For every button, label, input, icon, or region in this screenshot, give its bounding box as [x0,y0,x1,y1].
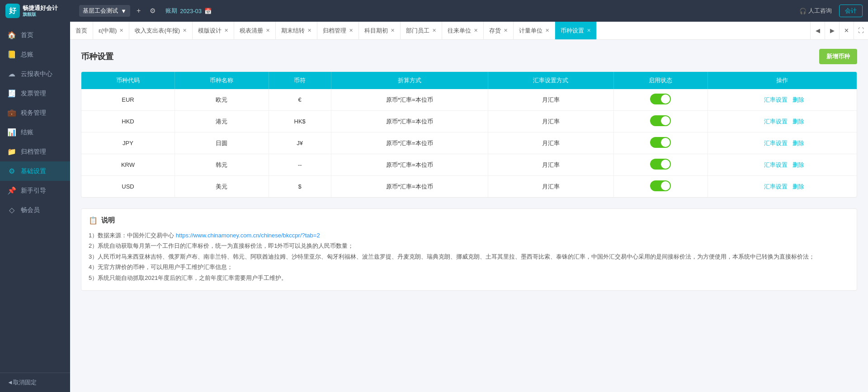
rate-settings-link[interactable]: 汇率设置 [764,118,788,125]
cell-enabled [613,176,708,198]
cell-rate-method: 月汇率 [488,154,613,176]
delete-link[interactable]: 删除 [793,161,804,168]
tab-close-icon[interactable]: ✕ [183,28,187,33]
sidebar-item-settings[interactable]: ⚙ 基础设置 [0,161,70,181]
notes-title: 📋 说明 [89,216,849,225]
col-actions: 操作 [708,72,857,89]
sidebar-item-ledger[interactable]: 📒 总账 [0,45,70,64]
pin-label: ◄取消固定 [7,378,37,387]
tab-close-icon[interactable]: ✕ [545,28,549,33]
sidebar-item-home[interactable]: 🏠 首页 [0,25,70,45]
tab-label: 首页 [75,27,87,35]
tab-prev-button[interactable]: ◀ [810,22,825,40]
add-tab-button[interactable]: + [134,5,143,17]
rate-settings-link[interactable]: 汇率设置 [764,96,788,103]
topbar: 好 畅捷通好会计 旗舰版 基层工会测试 ▼ + ⚙ 账期 2023-03 📅 🎧… [0,0,868,22]
sidebar-item-tax[interactable]: 💼 税务管理 [0,103,70,123]
tab-close-icon[interactable]: ✕ [504,28,508,33]
sidebar-item-reports[interactable]: ☁ 云报表中心 [0,64,70,84]
enabled-toggle[interactable] [650,94,671,104]
new-currency-button[interactable]: 新增币种 [819,49,857,64]
tab-period-end[interactable]: 期末结转 ✕ [276,22,317,40]
period-label: 账期 [165,7,177,15]
cell-calc: 原币*汇率=本位币 [331,132,488,154]
col-enabled: 启用状态 [613,72,708,89]
settings-button[interactable]: ⚙ [147,5,158,17]
checkout-icon: 📊 [7,128,16,137]
tab-label: 科目期初 [364,27,388,35]
tab-close-icon[interactable]: ✕ [119,28,123,33]
tab-fullscreen-button[interactable]: ⛶ [854,22,868,40]
tab-contacts[interactable]: 往来单位 ✕ [442,22,484,40]
tab-label: 收入支出表(年报) [135,27,180,35]
cell-rate-method: 月汇率 [488,132,613,154]
tab-close-icon[interactable]: ✕ [307,28,311,33]
sidebar-item-label: 新手引导 [21,187,46,195]
app-name: 畅捷通好会计 [23,5,58,12]
sidebar-item-guide[interactable]: 📌 新手引导 [0,181,70,200]
cell-actions: 汇率设置 删除 [708,132,857,154]
rate-settings-link[interactable]: 汇率设置 [764,183,788,190]
page-title: 币种设置 [81,51,113,62]
guide-icon: 📌 [7,186,16,195]
tab-close-all-button[interactable]: ✕ [839,22,854,40]
table-row: JPY 日圆 J¥ 原币*汇率=本位币 月汇率 汇率设置 删除 [81,132,857,154]
tab-close-icon[interactable]: ✕ [349,28,353,33]
enabled-toggle[interactable] [650,137,671,148]
gear-icon: ⚙ [7,167,16,175]
enabled-toggle[interactable] [650,180,671,191]
ledger-icon: 📒 [7,50,16,59]
tab-tax-table[interactable]: 税表清册 ✕ [234,22,276,40]
calendar-icon[interactable]: 📅 [204,8,212,14]
rate-settings-link[interactable]: 汇率设置 [764,161,788,168]
sidebar-nav: 🏠 首页 📒 总账 ☁ 云报表中心 🧾 发票管理 💼 税务管理 [0,22,70,373]
tab-annual-report[interactable]: 收入支出表(年报) ✕ [129,22,193,40]
delete-link[interactable]: 删除 [793,140,804,146]
sidebar-item-invoice[interactable]: 🧾 发票管理 [0,84,70,103]
tab-close-icon[interactable]: ✕ [266,28,270,33]
sidebar-item-label: 畅会员 [21,206,40,214]
tab-close-icon[interactable]: ✕ [432,28,436,33]
col-symbol: 币符 [269,72,331,89]
tab-close-icon[interactable]: ✕ [474,28,478,33]
rate-settings-link[interactable]: 汇率设置 [764,140,788,146]
tab-department[interactable]: 部门员工 ✕ [401,22,442,40]
tab-next-button[interactable]: ▶ [825,22,839,40]
currency-table: 币种代码 币种名称 币符 折算方式 汇率设置方式 启用状态 操作 EUR 欧 [81,72,857,197]
tab-inventory[interactable]: 存货 ✕ [484,22,514,40]
delete-link[interactable]: 删除 [793,118,804,125]
topbar-actions: 🎧 人工咨询 会计 [796,5,863,17]
invoice-icon: 🧾 [7,89,16,98]
tabbar: 首页 ε(中期) ✕ 收入支出表(年报) ✕ 模版设计 ✕ 税表清册 ✕ [70,22,868,40]
cell-symbol: J¥ [269,132,331,154]
tab-home[interactable]: 首页 [70,22,93,40]
account-button[interactable]: 会计 [839,5,863,17]
tab-unit[interactable]: 计量单位 ✕ [514,22,555,40]
delete-link[interactable]: 删除 [793,183,804,190]
tab-archive[interactable]: 归档管理 ✕ [317,22,359,40]
notes-icon: 📋 [89,216,98,225]
cell-calc: 原币*汇率=本位币 [331,176,488,198]
tab-subject-init[interactable]: 科目期初 ✕ [359,22,401,40]
tab-period[interactable]: ε(中期) ✕ [93,22,129,40]
tab-template[interactable]: 模版设计 ✕ [193,22,234,40]
enabled-toggle[interactable] [650,159,671,170]
sidebar-item-checkout[interactable]: 📊 结账 [0,123,70,142]
note-item: 1）数据来源：中国外汇交易中心 https://www.chinamoney.c… [89,230,849,241]
enabled-toggle[interactable] [650,115,671,126]
company-dropdown-icon: ▼ [121,8,127,14]
tab-close-icon[interactable]: ✕ [391,28,395,33]
sidebar-item-label: 结账 [21,128,33,137]
notes-link[interactable]: https://www.chinamoney.com.cn/chinese/bk… [176,232,320,239]
delete-link[interactable]: 删除 [793,96,804,103]
sidebar-pin-toggle[interactable]: ◄取消固定 [0,373,70,392]
help-button[interactable]: 🎧 人工咨询 [796,5,835,17]
sidebar-item-label: 基础设置 [21,167,46,175]
sidebar: 🏠 首页 📒 总账 ☁ 云报表中心 🧾 发票管理 💼 税务管理 [0,22,70,392]
sidebar-item-member[interactable]: ◇ 畅会员 [0,200,70,220]
tab-currency[interactable]: 币种设置 ✕ [555,22,597,40]
tab-close-icon[interactable]: ✕ [224,28,228,33]
tab-close-icon[interactable]: ✕ [587,28,591,33]
sidebar-item-archive[interactable]: 📁 归档管理 [0,142,70,161]
company-selector[interactable]: 基层工会测试 ▼ [79,5,130,17]
